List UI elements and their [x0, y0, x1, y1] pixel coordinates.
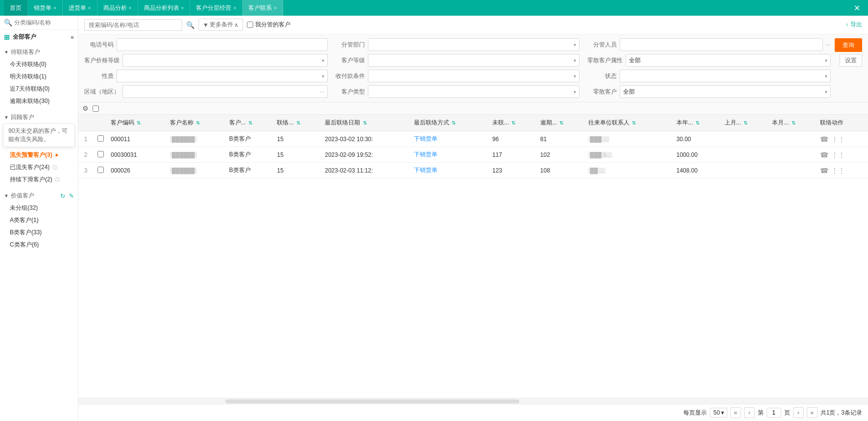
nav-tab-home[interactable]: 首页 — [4, 0, 28, 16]
query-button[interactable]: 查询 — [835, 38, 862, 52]
col-checkbox — [93, 115, 108, 131]
manager-more[interactable]: ··· — [826, 41, 831, 48]
row1-checkbox[interactable] — [93, 131, 108, 147]
sidebar-item-class-c[interactable]: C类客户(6) — [0, 239, 78, 251]
purchase-tab-close[interactable]: × — [88, 5, 91, 11]
sidebar-group-valued-header[interactable]: ▼ 价值客户 ↻ ✎ — [0, 190, 78, 202]
first-page-button[interactable]: « — [730, 407, 741, 418]
row3-type: B类客户 — [226, 163, 274, 178]
nav-tab-customer-contact[interactable]: 客户联系 × — [242, 0, 283, 16]
col-type[interactable]: 客户... ⇅ — [226, 115, 274, 131]
customer-tier-tab-close[interactable]: × — [233, 5, 236, 11]
uncontacted-sort-icon: ⇅ — [511, 120, 515, 125]
row3-contact-icon[interactable]: ☎ — [820, 167, 828, 174]
col-this-year[interactable]: 本年... ⇅ — [674, 115, 722, 131]
col-name[interactable]: 客户名称 ⇅ — [167, 115, 226, 131]
col-overdue[interactable]: 逾期... ⇅ — [537, 115, 585, 131]
row3-checkbox[interactable] — [93, 163, 108, 178]
nature-select[interactable]: ▾ — [117, 70, 328, 82]
nav-tab-purchase[interactable]: 进货单 × — [63, 0, 97, 16]
col-last-contact-method[interactable]: 最后联络方式 ⇅ — [411, 115, 489, 131]
table-row: 2 00030031 ██████ B类客户 15 2023-02-09 19:… — [78, 147, 868, 163]
page-input[interactable] — [767, 408, 781, 418]
settings-button[interactable]: 设置 — [840, 54, 862, 67]
filter-field-phone: 电话号码 — [84, 38, 328, 51]
advanced-filter: 电话号码 分管部门 ▾ 分管人员 — [78, 34, 868, 102]
row2-last-method[interactable]: 下销货单 — [411, 147, 489, 163]
sidebar-search-input[interactable] — [14, 19, 78, 26]
price-tier-select[interactable]: ▾ — [122, 54, 328, 67]
col-contact[interactable]: 联络... ⇅ — [274, 115, 322, 131]
sidebar-item-ungrouped[interactable]: 未分组(32) — [0, 202, 78, 214]
my-customers-checkbox[interactable]: 我分管的客户 — [247, 21, 290, 29]
sidebar-item-churn-warning[interactable]: 流失预警客户(3) ● — [0, 149, 78, 161]
my-customers-check[interactable] — [247, 22, 253, 28]
customer-contact-tab-close[interactable]: × — [274, 5, 277, 11]
col-unit-contact[interactable]: 往来单位联系人 ⇅ — [585, 115, 674, 131]
row3-more-icon[interactable]: ⋮⋮ — [831, 167, 845, 174]
customer-type-select[interactable]: ▾ — [368, 85, 579, 98]
churn-group-label: 回顾客户 — [11, 113, 34, 122]
sales-tab-close[interactable]: × — [53, 5, 56, 11]
per-page-label: 每页显示 — [683, 409, 707, 417]
row1-last-method[interactable]: 下销货单 — [411, 131, 489, 147]
nav-tab-goods-analysis-list[interactable]: 商品分析列表 × — [138, 0, 191, 16]
row1-more-icon[interactable]: ⋮⋮ — [831, 135, 845, 143]
prev-page-button[interactable]: ‹ — [744, 407, 755, 418]
sidebar-item-today-pending[interactable]: 今天待联络(0) — [0, 58, 78, 71]
dept-arrow: ▾ — [574, 42, 576, 48]
grade-select[interactable]: ▾ — [368, 54, 579, 67]
nav-tab-customer-tier[interactable]: 客户分层经营 × — [190, 0, 242, 16]
per-page-select[interactable]: 50 ▾ — [710, 408, 727, 418]
sidebar-group-churn-header[interactable]: ▼ 回顾客户 — [0, 111, 78, 124]
more-conditions-button[interactable]: ▼ 更多条件 ∧ — [198, 19, 243, 31]
manager-select[interactable] — [620, 38, 823, 51]
row2-checkbox[interactable] — [93, 147, 108, 163]
sidebar-item-lost-customers[interactable]: 已流失客户(24) ⓘ — [0, 161, 78, 173]
region-select[interactable]: ··· — [122, 85, 328, 98]
goods-analysis-list-tab-close[interactable]: × — [181, 5, 184, 11]
sidebar-item-7days-pending[interactable]: 近7天待联络(0) — [0, 83, 78, 95]
nav-tab-goods-analysis[interactable]: 商品分析 × — [97, 0, 138, 16]
table-settings-icon[interactable]: ⚙ — [82, 104, 89, 112]
col-uncontacted[interactable]: 未联... ⇅ — [489, 115, 537, 131]
filter-search-input[interactable] — [84, 19, 182, 31]
payment-select[interactable]: ▾ — [368, 70, 579, 82]
col-last-contact-date[interactable]: 最后联络日期 ⇅ — [322, 115, 410, 131]
filter-search-button[interactable]: 🔍 — [186, 21, 194, 29]
sidebar-collapse-icon[interactable]: « — [71, 34, 74, 41]
col-num — [78, 115, 93, 131]
row1-contact-icon[interactable]: ☎ — [820, 135, 828, 143]
col-code[interactable]: 客户编码 ⇅ — [108, 115, 167, 131]
region-more[interactable]: ··· — [319, 88, 324, 95]
row3-last-method[interactable]: 下销货单 — [411, 163, 489, 178]
retail-attr-select[interactable]: 全部 ▾ — [626, 54, 831, 67]
sidebar-item-overdue-pending[interactable]: 逾期未联络(30) — [0, 95, 78, 107]
row3-overdue: 108 — [537, 163, 585, 178]
goods-analysis-tab-close[interactable]: × — [129, 5, 132, 11]
row2-more-icon[interactable]: ⋮⋮ — [831, 151, 845, 159]
export-button[interactable]: ↑ 导出 — [845, 21, 862, 29]
valued-refresh-icon[interactable]: ↻ — [60, 193, 65, 199]
valued-edit-icon[interactable]: ✎ — [69, 193, 74, 199]
nav-tab-sales[interactable]: 销货单 × — [28, 0, 63, 16]
retail-customer-select[interactable]: 全部 ▾ — [620, 85, 831, 98]
col-last-month[interactable]: 上月... ⇅ — [722, 115, 770, 131]
phone-input[interactable] — [117, 38, 328, 51]
status-select[interactable]: ▾ — [620, 70, 831, 82]
sidebar-item-class-b[interactable]: B类客户(33) — [0, 226, 78, 239]
close-all-tabs[interactable]: ✕ — [850, 3, 864, 13]
horizontal-scrollbar[interactable] — [78, 398, 868, 404]
row2-contact-icon[interactable]: ☎ — [820, 151, 828, 159]
row3-uncontacted: 123 — [489, 163, 537, 178]
last-page-button[interactable]: » — [807, 407, 818, 418]
scroll-track[interactable] — [225, 399, 519, 403]
sidebar-item-declining-customers[interactable]: 持续下滑客户(2) ⓘ — [0, 173, 78, 186]
dept-select[interactable]: ▾ — [368, 38, 579, 51]
sidebar-item-class-a[interactable]: A类客户(1) — [0, 214, 78, 226]
sidebar-group-pending-header[interactable]: ▼ 待联络客户 — [0, 46, 78, 58]
col-this-month[interactable]: 本月... ⇅ — [769, 115, 817, 131]
sidebar-item-tomorrow-pending[interactable]: 明天待联络(1) — [0, 71, 78, 83]
select-all-checkbox[interactable] — [93, 105, 99, 112]
next-page-button[interactable]: › — [793, 407, 804, 418]
